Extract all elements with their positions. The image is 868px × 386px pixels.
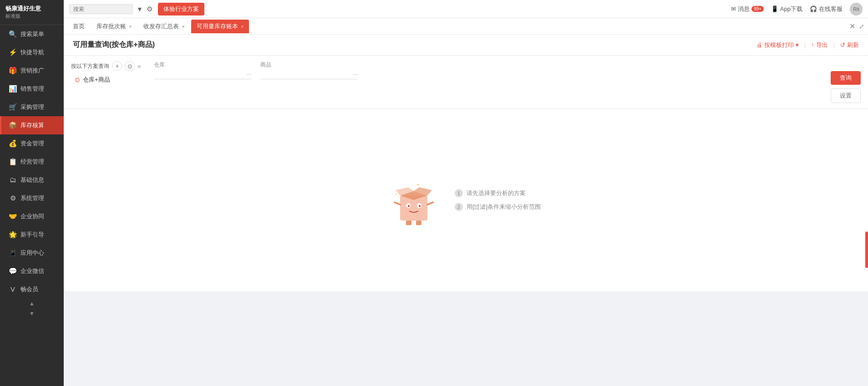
avatar[interactable]: Rit [850, 3, 863, 15]
close-tab-batch-ledger[interactable]: × [129, 24, 132, 29]
product-more-button[interactable]: ··· [353, 71, 358, 77]
close-tab-recv-summary[interactable]: × [182, 24, 184, 29]
app-download-button[interactable]: 📱 App下载 [771, 5, 802, 13]
query-button[interactable]: 查询 [831, 71, 861, 85]
sidebar-icon-inventory: 📦 [9, 121, 17, 129]
sidebar-label-inventory: 库存核算 [20, 121, 44, 129]
export-button[interactable]: ↑ 导出 [811, 41, 828, 49]
sidebar-item-new-guide[interactable]: 🌟新手引导 [0, 226, 64, 244]
sidebar-item-marketing-promo[interactable]: 🎁营销推广 [0, 62, 64, 80]
svg-line-8 [395, 202, 400, 205]
add-scheme-button[interactable]: ＋ [112, 61, 122, 71]
scheme-item-warehouse-product[interactable]: ⊙ 仓库+商品 [71, 74, 148, 86]
sidebar-item-operations[interactable]: 📋经营管理 [0, 153, 64, 171]
svg-rect-11 [416, 221, 421, 225]
warehouse-label: 仓库 [154, 61, 251, 69]
sidebar-icon-system: ⚙ [9, 194, 17, 202]
sidebar-item-search[interactable]: 🔍搜索菜单 [0, 25, 64, 43]
scheme-settings-button[interactable]: ⊙ [125, 61, 135, 71]
top-header: ▼ ⚙ 体验行业方案 ✉ 消息 99+ 📱 App下载 🎧 在线客服 Rit [64, 0, 868, 18]
sidebar-item-inventory[interactable]: 📦库存核算 [0, 116, 64, 134]
page-header-actions: 🖨 按模板打印 ▾ | ↑ 导出 | ↺ 刷新 [756, 41, 859, 49]
tab-label-recv-summary: 收发存汇总表 [143, 22, 179, 31]
scheme-item-icon: ⊙ [75, 76, 80, 83]
expand-tab-button[interactable]: ⤢ [859, 23, 864, 30]
sidebar-icon-purchase: 🛒 [9, 103, 17, 111]
sidebar-icon-base-info: 🗂 [9, 176, 17, 184]
dropdown-button[interactable]: ▼ [137, 5, 143, 13]
sidebar-item-shortcut[interactable]: ⚡快捷导航 [0, 43, 64, 62]
empty-state-tips: 1 请先选择要分析的方案 2 用[过滤]条件来缩小分析范围 [455, 189, 541, 211]
svg-line-9 [427, 202, 433, 205]
sidebar-item-app-center[interactable]: 📱应用中心 [0, 244, 64, 262]
refresh-button[interactable]: ↺ 刷新 [840, 41, 859, 49]
filter-scheme-label: 按以下方案查询 [71, 62, 109, 70]
tip-num-2: 2 [455, 203, 463, 211]
close-tab-available-ledger[interactable]: × [241, 24, 244, 29]
svg-text:✦: ✦ [416, 182, 420, 187]
page-header: 可用量查询(按仓库+商品) 🖨 按模板打印 ▾ | ↑ 导出 | ↺ 刷新 [64, 35, 868, 56]
main-area: ▼ ⚙ 体验行业方案 ✉ 消息 99+ 📱 App下载 🎧 在线客服 Rit [64, 0, 868, 386]
collapse-filter-button[interactable]: « [137, 62, 141, 70]
tab-bar-right: ✕ ⤢ [849, 22, 864, 31]
message-button[interactable]: ✉ 消息 99+ [731, 5, 764, 13]
sidebar-item-membership[interactable]: V畅会员 [0, 280, 64, 299]
message-badge: 99+ [751, 6, 764, 12]
sidebar-label-shortcut: 快捷导航 [20, 48, 44, 57]
sidebar-icon-shortcut: ⚡ [9, 48, 17, 57]
sidebar-logo: 畅康通好生意 标准版 [0, 0, 64, 25]
sidebar-icon-membership: V [9, 285, 17, 293]
tab-batch-ledger[interactable]: 库存批次账× [91, 20, 137, 33]
sidebar-label-search: 搜索菜单 [20, 30, 44, 38]
sidebar-item-system[interactable]: ⚙系统管理 [0, 189, 64, 207]
print-icon: 🖨 [756, 41, 762, 48]
scheme-item-label: 仓库+商品 [83, 76, 110, 84]
sidebar-icon-marketing-promo: 🎁 [9, 67, 17, 75]
settings-button[interactable]: 设置 [831, 88, 861, 103]
sidebar-item-purchase[interactable]: 🛒采购管理 [0, 98, 64, 116]
warehouse-more-button[interactable]: ··· [247, 71, 251, 77]
separator2: | [833, 41, 835, 48]
headset-icon: 🎧 [810, 5, 817, 12]
warehouse-input[interactable] [154, 71, 245, 77]
header-right: ✉ 消息 99+ 📱 App下载 🎧 在线客服 Rit [731, 3, 863, 15]
page-title: 可用量查询(按仓库+商品) [73, 40, 155, 50]
sidebar-icon-sales: 📊 [9, 85, 17, 93]
product-input-container: ··· [260, 71, 358, 79]
right-scroll-indicator [865, 232, 868, 268]
empty-state-inner: ✦ ✦ 1 请先选择要分析的方案 2 用[过滤]条件来缩小分析范围 [391, 177, 541, 223]
gear-button[interactable]: ⚙ [147, 5, 152, 13]
sidebar-icon-finance: 💰 [9, 139, 17, 148]
print-template-button[interactable]: 🖨 按模板打印 ▾ [756, 41, 799, 49]
tab-home[interactable]: 首页 [67, 20, 90, 33]
sidebar-icon-new-guide: 🌟 [9, 231, 17, 239]
tab-recv-summary[interactable]: 收发存汇总表× [138, 20, 190, 33]
customer-service-button[interactable]: 🎧 在线客服 [810, 5, 843, 13]
filter-fields: 仓库 ··· 商品 ··· [154, 61, 825, 79]
sidebar-item-sales[interactable]: 📊销售管理 [0, 80, 64, 98]
tip-text-2: 用[过滤]条件来缩小分析范围 [467, 203, 541, 211]
sidebar-icon-cooperation: 🤝 [9, 212, 17, 221]
product-input[interactable] [260, 71, 351, 77]
phone-icon: 📱 [771, 5, 778, 12]
sidebar-scroll-up[interactable]: ▲ [0, 299, 64, 309]
tab-available-ledger[interactable]: 可用量库存账本× [191, 20, 249, 33]
message-icon: ✉ [731, 5, 736, 12]
sidebar-icon-search: 🔍 [9, 30, 17, 38]
svg-point-6 [408, 205, 410, 207]
close-all-tabs-button[interactable]: ✕ [849, 22, 855, 31]
sidebar-item-base-info[interactable]: 🗂基础信息 [0, 171, 64, 189]
sidebar-label-base-info: 基础信息 [20, 176, 44, 184]
sidebar-item-finance[interactable]: 💰资金管理 [0, 134, 64, 153]
tab-label-batch-ledger: 库存批次账 [96, 22, 126, 31]
customer-service-label: 在线客服 [819, 5, 843, 13]
sidebar-item-enterprise-wechat[interactable]: 💬企业微信 [0, 262, 64, 280]
sidebar-item-cooperation[interactable]: 🤝企业协同 [0, 207, 64, 226]
industry-button[interactable]: 体验行业方案 [158, 3, 204, 15]
tip-item-1: 1 请先选择要分析的方案 [455, 189, 541, 197]
page-content: 可用量查询(按仓库+商品) 🖨 按模板打印 ▾ | ↑ 导出 | ↺ 刷新 [64, 35, 868, 386]
search-input[interactable] [69, 4, 133, 14]
sidebar-scroll-down[interactable]: ▼ [0, 309, 64, 319]
svg-text:✦: ✦ [395, 192, 398, 196]
chevron-down-icon: ▾ [796, 41, 799, 48]
